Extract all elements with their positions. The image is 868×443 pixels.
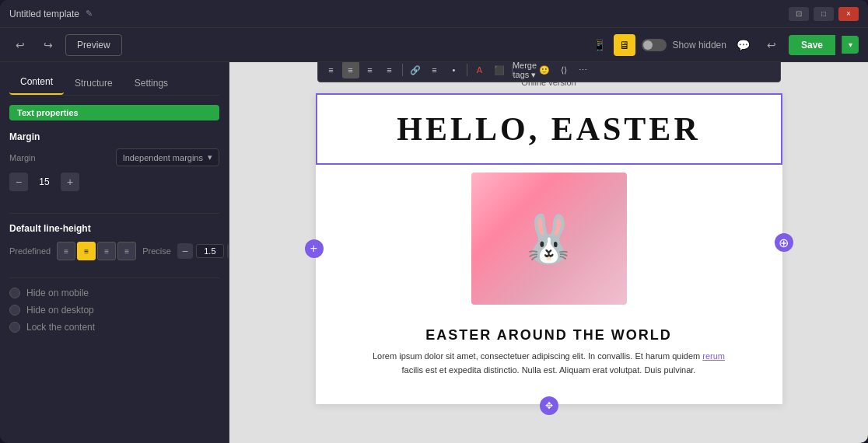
- main-content: Content Structure Settings Text properti…: [0, 62, 868, 443]
- mobile-view-btn[interactable]: 📱: [589, 34, 611, 56]
- heading-text[interactable]: HELLO, EASTER: [317, 95, 781, 163]
- section-divider-2: [9, 277, 219, 278]
- emoji-btn[interactable]: 🙂: [536, 62, 553, 78]
- margin-value-input[interactable]: [33, 176, 56, 187]
- app-window: Untitled template ✎ ⊡ □ × ↩ ↪ Preview 📱 …: [0, 0, 868, 443]
- sidebar: Content Structure Settings Text properti…: [0, 62, 229, 443]
- lorem-text: Lorem ipsum dolor sit amet, consectetuer…: [316, 350, 782, 392]
- add-block-right-handle[interactable]: ⊕: [775, 233, 793, 252]
- align-center-btn[interactable]: ≡: [342, 62, 359, 78]
- lh-precise-input[interactable]: [196, 244, 224, 258]
- margin-input-row: − +: [9, 173, 219, 191]
- align-justify-btn[interactable]: ≡: [381, 62, 398, 78]
- bg-color-btn[interactable]: ⬛: [491, 62, 508, 78]
- preview-btn[interactable]: Preview: [65, 34, 122, 56]
- list-btn[interactable]: ≡: [426, 62, 443, 78]
- option-hide-mobile: Hide on mobile: [9, 288, 219, 298]
- easter-image[interactable]: [471, 173, 627, 305]
- hide-mobile-radio[interactable]: [9, 288, 20, 298]
- text-color-btn[interactable]: A: [471, 62, 488, 78]
- lorem-link[interactable]: rerum: [702, 351, 725, 361]
- precise-row: − +: [177, 243, 229, 259]
- heading-block[interactable]: Heading 1 Heading 2 Paragraph Verdana Ar…: [316, 93, 782, 165]
- code-btn[interactable]: ⟨⟩: [555, 62, 572, 78]
- show-hidden-label: Show hidden: [673, 40, 726, 51]
- canvas-area: Online version + ⊕ Heading 1: [229, 62, 868, 443]
- merge-tags-btn[interactable]: Merge tags ▾: [516, 62, 534, 78]
- predefined-label: Predefined: [9, 246, 51, 256]
- email-canvas: Heading 1 Heading 2 Paragraph Verdana Ar…: [316, 93, 782, 404]
- lh-preset-loose-btn[interactable]: ≡: [117, 242, 136, 260]
- text-properties-badge: Text properties: [9, 105, 219, 120]
- lh-preset-normal-btn[interactable]: ≡: [77, 242, 96, 260]
- align-right-btn[interactable]: ≡: [362, 62, 379, 78]
- comments-btn[interactable]: 💬: [733, 34, 754, 56]
- undo-btn[interactable]: ↩: [9, 34, 31, 56]
- hide-desktop-label: Hide on desktop: [26, 305, 94, 316]
- window-close-btn[interactable]: ×: [838, 7, 859, 21]
- more-btn[interactable]: ⋯: [575, 62, 592, 78]
- save-btn[interactable]: Save: [789, 35, 835, 55]
- window-minimize-btn[interactable]: ⊡: [789, 7, 809, 21]
- line-height-section: Default line-height Predefined ≡ ≡ ≡ ≡ P…: [9, 223, 219, 268]
- redo-btn[interactable]: ↪: [37, 34, 59, 56]
- save-more-btn[interactable]: ▾: [842, 36, 859, 54]
- tab-settings[interactable]: Settings: [124, 72, 179, 95]
- device-toggle-group: 📱 🖥: [589, 34, 635, 56]
- edit-icon[interactable]: ✎: [86, 9, 93, 19]
- history-btn[interactable]: ↩: [761, 34, 782, 56]
- precise-label: Precise: [142, 246, 171, 256]
- line-height-title: Default line-height: [9, 223, 219, 234]
- move-block-handle[interactable]: ✥: [540, 396, 558, 415]
- top-toolbar: ↩ ↪ Preview 📱 🖥 Show hidden 💬 ↩ Save ▾: [0, 28, 868, 62]
- lh-decrease-btn[interactable]: −: [177, 243, 193, 259]
- desktop-view-btn[interactable]: 🖥: [614, 34, 635, 56]
- option-hide-desktop: Hide on desktop: [9, 305, 219, 316]
- lock-content-radio[interactable]: [9, 322, 20, 333]
- title-bar: Untitled template ✎ ⊡ □ ×: [0, 0, 868, 28]
- option-lock-content: Lock the content: [9, 322, 219, 333]
- lh-preset-compact-btn[interactable]: ≡: [57, 242, 75, 260]
- text-format-toolbar: Heading 1 Heading 2 Paragraph Verdana Ar…: [317, 62, 781, 82]
- lh-preset-buttons: ≡ ≡ ≡ ≡: [57, 242, 136, 260]
- show-hidden-toggle[interactable]: [642, 39, 667, 51]
- margin-sub-label: Margin: [9, 153, 36, 162]
- sidebar-tabs: Content Structure Settings: [9, 72, 219, 96]
- section-divider: [9, 213, 219, 214]
- margin-decrease-btn[interactable]: −: [9, 173, 28, 191]
- canvas-wrapper: + ⊕ Heading 1 Heading 2: [316, 93, 782, 404]
- hide-desktop-radio[interactable]: [9, 305, 20, 316]
- tab-structure[interactable]: Structure: [64, 72, 124, 95]
- independent-margins-btn[interactable]: Independent margins ▾: [116, 148, 219, 166]
- lock-content-label: Lock the content: [26, 322, 95, 333]
- margin-increase-btn[interactable]: +: [61, 173, 79, 191]
- toolbar-row-2: ≡ ≡ ≡ ≡ 🔗 ≡ • A ⬛: [323, 62, 775, 78]
- image-block: [316, 165, 782, 315]
- window-controls: ⊡ □ ×: [789, 7, 859, 21]
- tab-content[interactable]: Content: [9, 72, 64, 95]
- add-block-left-handle[interactable]: +: [305, 239, 324, 258]
- easter-heading[interactable]: EASTER AROUND THE WORLD: [316, 315, 782, 350]
- window-title: Untitled template: [9, 9, 79, 19]
- link-btn[interactable]: 🔗: [407, 62, 424, 78]
- chevron-down-icon: ▾: [208, 152, 212, 162]
- hide-mobile-label: Hide on mobile: [26, 288, 89, 298]
- align-left-btn[interactable]: ≡: [323, 62, 340, 78]
- margin-option-label: Independent margins: [123, 153, 203, 162]
- bullet-btn[interactable]: •: [446, 62, 463, 78]
- lh-preset-relaxed-btn[interactable]: ≡: [97, 242, 116, 260]
- window-maximize-btn[interactable]: □: [814, 7, 834, 21]
- line-height-presets-row: Predefined ≡ ≡ ≡ ≡ Precise − +: [9, 242, 219, 260]
- margin-section-label: Margin: [9, 131, 219, 142]
- margin-row: Margin Independent margins ▾: [9, 148, 219, 166]
